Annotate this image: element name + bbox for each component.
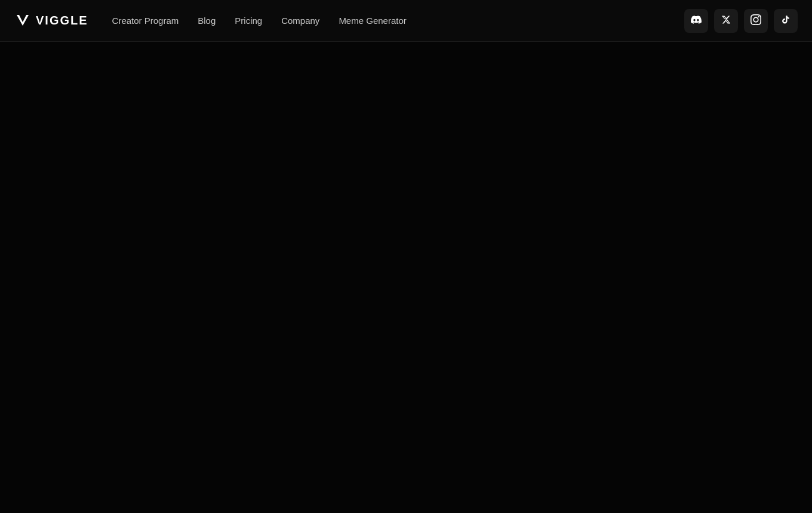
nav-meme-generator[interactable]: Meme Generator	[339, 16, 406, 26]
twitter-button[interactable]	[714, 9, 738, 33]
nav-company[interactable]: Company	[281, 16, 319, 26]
instagram-button[interactable]	[744, 9, 768, 33]
logo-text: VIGGLE	[36, 14, 88, 27]
instagram-icon	[751, 14, 761, 27]
tiktok-button[interactable]	[774, 9, 798, 33]
tiktok-icon	[781, 15, 791, 27]
logo[interactable]: VIGGLE	[14, 13, 88, 29]
nav-pricing[interactable]: Pricing	[235, 16, 262, 26]
main-nav: Creator Program Blog Pricing Company Mem…	[112, 16, 407, 26]
header-right	[684, 9, 798, 33]
discord-icon	[691, 14, 702, 27]
nav-blog[interactable]: Blog	[198, 16, 216, 26]
twitter-x-icon	[721, 15, 731, 27]
main-content	[0, 42, 812, 513]
nav-creator-program[interactable]: Creator Program	[112, 16, 179, 26]
header-left: VIGGLE Creator Program Blog Pricing Comp…	[14, 13, 407, 29]
viggle-logo-icon	[14, 13, 31, 29]
discord-button[interactable]	[684, 9, 708, 33]
main-header: VIGGLE Creator Program Blog Pricing Comp…	[0, 0, 812, 42]
